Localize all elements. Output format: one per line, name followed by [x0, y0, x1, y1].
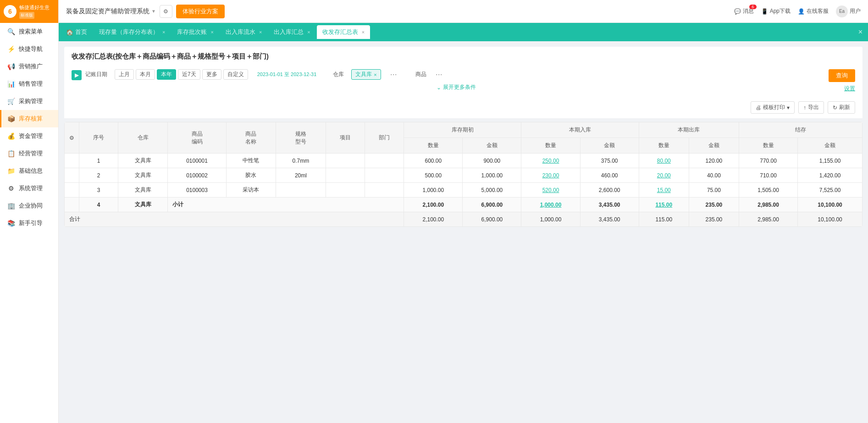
- tab-close-icon[interactable]: ×: [162, 29, 165, 35]
- sidebar-item-basic[interactable]: 📁基础信息: [0, 162, 58, 180]
- avatar: Ea: [836, 5, 848, 17]
- sidebar-item-system[interactable]: ⚙系统管理: [0, 180, 58, 197]
- service-icon: 👤: [798, 8, 805, 15]
- online-service-action[interactable]: 👤 在线客服: [798, 7, 829, 15]
- print-icon: 🖨: [756, 104, 761, 111]
- row-settings[interactable]: [65, 168, 79, 183]
- th-bal-amount: 金额: [798, 138, 862, 154]
- total-out-amount: 235.00: [689, 212, 739, 227]
- sidebar-item-operations[interactable]: 📋经营管理: [0, 145, 58, 162]
- toolbar-row: 🖨 模板打印 ▾ ↑ 导出 ↻ 刷新: [64, 101, 862, 118]
- tab-close-icon[interactable]: ×: [307, 29, 310, 35]
- th-bal-qty: 数量: [739, 138, 798, 154]
- expand-conditions[interactable]: ⌄ 展开更多条件: [85, 82, 825, 93]
- sidebar-item-finance[interactable]: 💰资金管理: [0, 127, 58, 145]
- total-open-amount: 6,900.00: [463, 212, 521, 227]
- date-btn-this-month[interactable]: 本月: [136, 69, 155, 80]
- logo-icon: 6: [4, 5, 17, 18]
- fast-nav-icon: ⚡: [7, 45, 15, 53]
- sidebar-item-enterprise[interactable]: 🏢企业协同: [0, 197, 58, 214]
- warehouse-tag-remove[interactable]: ×: [374, 72, 376, 77]
- date-btn-this-year[interactable]: 本年: [157, 69, 176, 80]
- warehouse-more-btn[interactable]: ···: [388, 70, 399, 79]
- total-bal-qty: 2,985.00: [739, 212, 798, 227]
- app-download-action[interactable]: 📱 App下载: [761, 7, 791, 15]
- th-settings[interactable]: ⚙: [65, 122, 79, 154]
- date-btn-7days[interactable]: 近7天: [178, 69, 200, 80]
- th-dept: 部门: [365, 122, 404, 154]
- tab-inventory-dist[interactable]: 现存量（库存分布表） ×: [94, 25, 171, 39]
- online-service-label: 在线客服: [807, 7, 829, 15]
- sidebar-item-guide[interactable]: 📚新手引导: [0, 214, 58, 232]
- guide-icon: 📚: [7, 220, 15, 227]
- th-group-balance: 结存: [739, 122, 862, 138]
- row-settings[interactable]: [65, 183, 79, 198]
- experience-button[interactable]: 体验行业方案: [176, 5, 225, 18]
- content-area: 收发存汇总表(按仓库＋商品编码＋商品＋规格型号＋项目＋部门) ▶ 记账日期 上月…: [59, 41, 868, 423]
- sidebar-item-inventory[interactable]: 📦库存核算: [0, 110, 58, 127]
- th-project: 项目: [326, 122, 365, 154]
- date-btn-last-month[interactable]: 上月: [115, 69, 134, 80]
- purchase-icon: 🛒: [7, 98, 15, 105]
- goods-label: 商品: [415, 71, 426, 78]
- tab-home[interactable]: 🏠 首页: [61, 25, 93, 39]
- row-settings[interactable]: [65, 154, 79, 168]
- th-group-outgoing: 本期出库: [639, 122, 739, 138]
- message-action[interactable]: 💬 消息 6: [734, 7, 754, 15]
- export-button[interactable]: ↑ 导出: [798, 101, 824, 114]
- sidebar-item-sales[interactable]: 📊销售管理: [0, 75, 58, 93]
- table-row: 1 文具库 0100001 中性笔 0.7mm 600.00 900.00 25…: [65, 154, 862, 168]
- tab-close-icon[interactable]: ×: [210, 29, 213, 35]
- date-btn-more[interactable]: 更多: [202, 69, 221, 80]
- sidebar-item-search[interactable]: 🔍搜索菜单: [0, 23, 58, 40]
- tab-close-icon[interactable]: ×: [259, 29, 262, 35]
- settings-button[interactable]: ⚙: [160, 5, 172, 18]
- tab-recv-send[interactable]: 收发存汇总表 ×: [317, 25, 370, 39]
- app-download-label: App下载: [770, 7, 791, 15]
- system-title-dropdown[interactable]: 装备及固定资产辅助管理系统 ▼: [66, 7, 156, 16]
- user-action[interactable]: Ea 用户: [836, 5, 861, 17]
- settings-link[interactable]: 设置: [844, 85, 855, 93]
- sidebar-item-fast-nav[interactable]: ⚡快捷导航: [0, 40, 58, 58]
- sidebar-item-purchase[interactable]: 🛒采购管理: [0, 93, 58, 110]
- goods-more-btn[interactable]: ···: [434, 70, 444, 79]
- finance-icon: 💰: [7, 132, 15, 140]
- tab-inout-summary[interactable]: 出入库汇总 ×: [268, 25, 315, 39]
- enterprise-icon: 🏢: [7, 202, 15, 209]
- date-range-display: 2023-01-01 至 2023-12-31: [257, 71, 317, 78]
- date-btn-custom[interactable]: 自定义: [223, 69, 248, 80]
- sidebar-item-label: 采购管理: [19, 97, 43, 105]
- tab-batch[interactable]: 库存批次账 ×: [171, 25, 219, 39]
- sidebar-item-label: 快捷导航: [19, 45, 43, 53]
- sidebar-item-label: 经营管理: [19, 149, 43, 158]
- sidebar-item-marketing[interactable]: 📢营销推广: [0, 58, 58, 75]
- app-logo: 6 畅捷通好生意 标准版: [0, 0, 58, 23]
- message-badge: 6: [749, 5, 757, 9]
- sidebar-item-label: 库存核算: [19, 115, 43, 123]
- tab-inout-flow[interactable]: 出入库流水 ×: [220, 25, 267, 39]
- total-in-qty: 1,000.00: [521, 212, 580, 227]
- operations-icon: 📋: [7, 150, 15, 157]
- top-header: 装备及固定资产辅助管理系统 ▼ ⚙ 体验行业方案 💬 消息 6 📱 App下载 …: [59, 0, 868, 23]
- th-open-qty: 数量: [404, 138, 463, 154]
- total-out-qty: 115.00: [639, 212, 689, 227]
- tab-bar-close-icon[interactable]: ×: [855, 26, 866, 38]
- refresh-button[interactable]: ↻ 刷新: [828, 101, 855, 114]
- th-goods-code: 商品编码: [167, 122, 226, 154]
- query-button[interactable]: 查询: [829, 69, 855, 82]
- filter-wrapper: ▶ 记账日期 上月 本月 本年 近7天 更多 自定义 2023-01-01 至 …: [64, 65, 862, 98]
- inventory-icon: 📦: [7, 115, 15, 122]
- template-print-button[interactable]: 🖨 模板打印 ▾: [751, 101, 795, 114]
- th-out-amount: 金额: [689, 138, 739, 154]
- dropdown-arrow-icon: ▼: [151, 9, 156, 14]
- total-row: 合计 2,100.00 6,900.00 1,000.00 3,435.00 1…: [65, 212, 862, 227]
- th-warehouse: 仓库: [118, 122, 168, 154]
- subtotal-row: 4 文具库 小计 2,100.00 6,900.00 1,000.00 3,43…: [65, 198, 862, 212]
- filter-collapse-arrow[interactable]: ▶: [72, 70, 82, 80]
- export-icon: ↑: [803, 104, 806, 111]
- filter-card: 收发存汇总表(按仓库＋商品编码＋商品＋规格型号＋项目＋部门) ▶ 记账日期 上月…: [64, 47, 862, 118]
- sidebar-item-label: 销售管理: [19, 80, 43, 88]
- tab-close-icon[interactable]: ×: [362, 29, 365, 35]
- sidebar-item-label: 新手引导: [19, 219, 43, 227]
- warehouse-label: 仓库: [333, 71, 344, 78]
